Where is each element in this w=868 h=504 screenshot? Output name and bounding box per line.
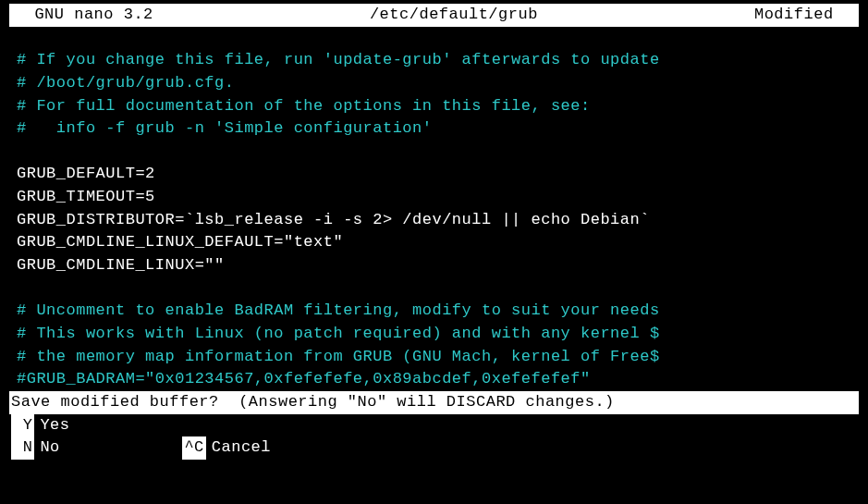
shortcut-key: N xyxy=(11,436,34,460)
file-line xyxy=(17,277,851,301)
shortcut-label: Cancel xyxy=(206,436,354,460)
app-name: GNU nano 3.2 xyxy=(15,4,153,27)
prompt-text: Save modified buffer? (Answering "No" wi… xyxy=(11,391,615,414)
file-line: # /boot/grub/grub.cfg. xyxy=(17,72,851,95)
shortcut-key: ^C xyxy=(182,436,205,460)
file-line: # the memory map information from GRUB (… xyxy=(17,346,851,369)
file-line: # This works with Linux (no patch requir… xyxy=(17,323,851,346)
shortcut-row-2: NNo^CCancel xyxy=(9,436,859,460)
shortcut-label: Yes xyxy=(34,414,182,437)
file-line: # Uncomment to enable BadRAM filtering, … xyxy=(17,300,851,323)
shortcut-no[interactable]: NNo xyxy=(11,436,182,460)
file-line xyxy=(17,27,851,50)
file-line: GRUB_TIMEOUT=5 xyxy=(17,186,851,209)
cursor xyxy=(829,392,842,412)
file-line: GRUB_CMDLINE_LINUX_DEFAULT="text" xyxy=(17,231,851,254)
file-line: # info -f grub -n 'Simple configuration' xyxy=(17,117,851,141)
shortcut-yes[interactable]: YYes xyxy=(11,414,182,437)
file-line xyxy=(17,141,851,164)
file-line: #GRUB_BADRAM="0x01234567,0xfefefefe,0x89… xyxy=(17,368,851,391)
file-line: GRUB_DEFAULT=2 xyxy=(17,163,851,186)
shortcut-row-1: YYes xyxy=(9,414,859,437)
file-status: Modified xyxy=(754,4,853,27)
shortcut-key: Y xyxy=(11,414,34,437)
nano-editor-window: GNU nano 3.2 /etc/default/grub Modified … xyxy=(0,0,868,460)
file-content[interactable]: # If you change this file, run 'update-g… xyxy=(9,27,859,391)
file-line: GRUB_CMDLINE_LINUX="" xyxy=(17,254,851,277)
file-line: # For full documentation of the options … xyxy=(17,95,851,118)
file-path: /etc/default/grub xyxy=(153,4,754,27)
save-prompt: Save modified buffer? (Answering "No" wi… xyxy=(9,391,859,414)
titlebar: GNU nano 3.2 /etc/default/grub Modified xyxy=(9,4,859,27)
file-line: # If you change this file, run 'update-g… xyxy=(17,49,851,72)
shortcut-cancel[interactable]: ^CCancel xyxy=(182,436,353,460)
file-line: GRUB_DISTRIBUTOR=`lsb_release -i -s 2> /… xyxy=(17,209,851,232)
shortcut-label: No xyxy=(34,436,182,460)
